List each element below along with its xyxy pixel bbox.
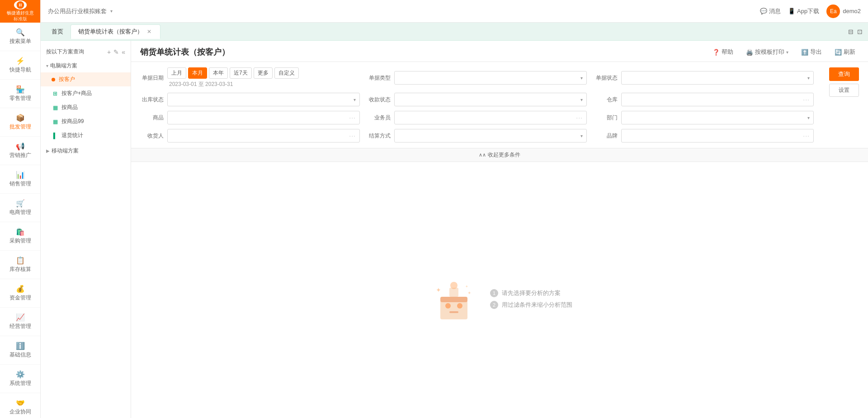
svg-text:✦: ✦ bbox=[467, 290, 471, 295]
filter-receiver-select[interactable]: ··· bbox=[167, 129, 360, 142]
sidebar-item-finance-label: 资金管理 bbox=[2, 294, 38, 302]
filter-dept-select[interactable]: ▾ bbox=[621, 111, 814, 124]
sidebar-item-wholesale[interactable]: 📦 批发管理 bbox=[0, 108, 40, 137]
scheme-group-mobile-header[interactable]: ▶ 移动端方案 bbox=[41, 144, 131, 157]
sidebar-item-wholesale-label: 批发管理 bbox=[2, 123, 38, 131]
settings-button[interactable]: 设置 bbox=[829, 84, 859, 97]
scheme-item-by-goods99-label: 按商品99 bbox=[61, 118, 84, 125]
tip-num-1: 1 bbox=[490, 289, 498, 297]
filter-warehouse-select[interactable]: ··· bbox=[621, 93, 814, 106]
sidebar-item-quick-nav-label: 快捷导航 bbox=[2, 66, 38, 74]
scheme-add-icon[interactable]: + bbox=[107, 48, 111, 56]
tab-report-close-icon[interactable]: ✕ bbox=[146, 28, 153, 35]
sidebar-item-ecommerce[interactable]: 🛒 电商管理 bbox=[0, 194, 40, 222]
filter-grid: 单据日期 上月 本月 本年 近7天 更多 自定义 2023-03-01 至 20… bbox=[131, 62, 868, 148]
filter-dept-cell: 部门 ▾ bbox=[594, 111, 814, 124]
scheme-collapse-icon[interactable]: « bbox=[122, 48, 125, 56]
scheme-item-return-stats[interactable]: ▌ 退货统计 bbox=[41, 128, 131, 142]
sidebar: 畅捷通好生意 标准版 🔍 搜索菜单 ⚡ 快捷导航 🏪 零售管理 📦 批发管理 📢… bbox=[0, 0, 41, 418]
export-button[interactable]: ⬆️ 导出 bbox=[797, 46, 826, 58]
sidebar-item-operations[interactable]: 📈 经营管理 bbox=[0, 308, 40, 336]
sidebar-item-basics[interactable]: ℹ️ 基础信息 bbox=[0, 336, 40, 365]
filter-doc-status-select[interactable]: ▾ bbox=[621, 71, 814, 85]
date-range-text: 2023-03-01 至 2023-03-31 bbox=[169, 81, 233, 88]
sidebar-item-marketing[interactable]: 📢 营销推广 bbox=[0, 137, 40, 165]
filter-out-status-label: 出库状态 bbox=[140, 96, 167, 104]
filter-doc-type-select[interactable]: ▾ bbox=[394, 71, 587, 85]
sidebar-item-enterprise[interactable]: 🤝 企业协同 bbox=[0, 393, 40, 418]
message-label: 消息 bbox=[769, 7, 781, 15]
dept-dropdown-icon: ▾ bbox=[807, 115, 810, 120]
tab-min-icon[interactable]: ⊟ bbox=[848, 28, 854, 35]
page-header: 销货单统计表（按客户） ❓ 帮助 🖨️ 按模板打印 ▾ ⬆️ 导出 bbox=[131, 41, 868, 62]
tab-max-icon[interactable]: ⊡ bbox=[857, 28, 863, 35]
filter-goods-select[interactable]: ··· bbox=[167, 111, 360, 124]
svg-point-6 bbox=[450, 282, 458, 289]
scheme-item-table-icon: ▦ bbox=[52, 104, 59, 111]
tab-home[interactable]: 首页 bbox=[44, 24, 71, 39]
scheme-group-desktop: ▾ 电脑端方案 按客户 ⊞ 按客户+商品 ▦ 按商品 ▦ 按商品99 bbox=[41, 59, 131, 142]
sidebar-item-search[interactable]: 🔍 搜索菜单 bbox=[0, 23, 40, 51]
filter-doc-type-label: 单据类型 bbox=[367, 74, 394, 82]
sidebar-item-purchase[interactable]: 🛍️ 采购管理 bbox=[0, 222, 40, 251]
scheme-item-by-customer[interactable]: 按客户 bbox=[41, 72, 131, 86]
collapse-filter-bar[interactable]: ∧∧ 收起更多条件 bbox=[131, 148, 868, 162]
user-profile-button[interactable]: Ea demo2 bbox=[826, 5, 861, 18]
sidebar-item-ecommerce-label: 电商管理 bbox=[2, 209, 38, 216]
breadcrumb-dropdown-icon[interactable]: ▾ bbox=[110, 9, 113, 14]
filter-receipt-status-select[interactable]: ▾ bbox=[394, 93, 587, 106]
date-btn-more[interactable]: 更多 bbox=[254, 67, 273, 79]
scheme-edit-icon[interactable]: ✎ bbox=[113, 48, 119, 56]
sidebar-item-sales[interactable]: 📊 销售管理 bbox=[0, 165, 40, 194]
empty-tip-1: 1 请先选择要分析的方案 bbox=[490, 289, 572, 297]
export-label: 导出 bbox=[810, 48, 822, 56]
filter-warehouse-cell: 仓库 ··· bbox=[594, 93, 814, 106]
print-dropdown-icon[interactable]: ▾ bbox=[786, 50, 788, 55]
empty-tips: 1 请先选择要分析的方案 2 用过滤条件来缩小分析范围 bbox=[490, 289, 572, 309]
filter-settle-method-select[interactable]: ▾ bbox=[394, 129, 587, 142]
filter-brand-cell: 品牌 ··· bbox=[594, 129, 814, 142]
sidebar-item-inventory-label: 库存核算 bbox=[2, 266, 38, 273]
empty-state: ✦ ✦ ✦ 1 请先选择要分析的方案 2 用过滤条件来缩小分析范围 bbox=[131, 162, 868, 418]
doc-status-dropdown-icon: ▾ bbox=[807, 76, 810, 81]
print-button[interactable]: 🖨️ 按模板打印 ▾ bbox=[742, 46, 792, 58]
sidebar-item-inventory[interactable]: 📋 库存核算 bbox=[0, 251, 40, 279]
help-button[interactable]: ❓ 帮助 bbox=[709, 46, 737, 58]
top-header-left: 办公用品行业模拟账套 ▾ bbox=[48, 7, 113, 15]
message-button[interactable]: 💬 消息 bbox=[760, 7, 781, 15]
filter-doc-status-cell: 单据状态 ▾ bbox=[594, 67, 814, 88]
scheme-item-bar-icon: ▌ bbox=[52, 132, 59, 139]
filter-settle-method-cell: 结算方式 ▾ bbox=[367, 129, 587, 142]
tab-report[interactable]: 销货单统计表（按客户） ✕ bbox=[71, 24, 160, 39]
doc-type-dropdown-icon: ▾ bbox=[580, 76, 583, 81]
filter-receiver-label: 收货人 bbox=[140, 132, 167, 140]
sidebar-item-retail[interactable]: 🏪 零售管理 bbox=[0, 80, 40, 108]
query-button[interactable]: 查询 bbox=[829, 67, 859, 81]
scheme-item-by-goods99[interactable]: ▦ 按商品99 bbox=[41, 114, 131, 128]
date-btn-7days[interactable]: 近7天 bbox=[230, 67, 252, 79]
filter-brand-select[interactable]: ··· bbox=[621, 129, 814, 142]
tip-text-2: 用过滤条件来缩小分析范围 bbox=[502, 301, 572, 309]
right-panel: 销货单统计表（按客户） ❓ 帮助 🖨️ 按模板打印 ▾ ⬆️ 导出 bbox=[131, 41, 868, 418]
date-btn-custom[interactable]: 自定义 bbox=[274, 67, 299, 79]
refresh-button[interactable]: 🔄 刷新 bbox=[831, 46, 859, 58]
page-title: 销货单统计表（按客户） bbox=[140, 47, 230, 57]
sidebar-item-finance[interactable]: 💰 资金管理 bbox=[0, 279, 40, 308]
filter-dept-label: 部门 bbox=[594, 114, 621, 122]
filter-goods-label: 商品 bbox=[140, 114, 167, 122]
scheme-item-by-customer-goods[interactable]: ⊞ 按客户+商品 bbox=[41, 86, 131, 100]
app-download-label: App下载 bbox=[797, 7, 819, 15]
filter-out-status-select[interactable]: ▾ bbox=[167, 93, 360, 106]
sidebar-item-quick-nav[interactable]: ⚡ 快捷导航 bbox=[0, 51, 40, 80]
receiver-dots-icon: ··· bbox=[349, 132, 356, 139]
app-logo: 畅捷通好生意 标准版 bbox=[0, 0, 40, 23]
filter-salesperson-select[interactable]: ··· bbox=[394, 111, 587, 124]
date-btn-current-month[interactable]: 本月 bbox=[188, 67, 207, 79]
date-btn-last-month[interactable]: 上月 bbox=[167, 67, 186, 79]
app-download-button[interactable]: 📱 App下载 bbox=[788, 7, 819, 15]
scheme-item-by-goods[interactable]: ▦ 按商品 bbox=[41, 100, 131, 114]
date-btn-current-year[interactable]: 本年 bbox=[209, 67, 228, 79]
scheme-group-desktop-header[interactable]: ▾ 电脑端方案 bbox=[41, 59, 131, 72]
sidebar-item-system[interactable]: ⚙️ 系统管理 bbox=[0, 365, 40, 393]
filter-doc-status-label: 单据状态 bbox=[594, 74, 621, 82]
